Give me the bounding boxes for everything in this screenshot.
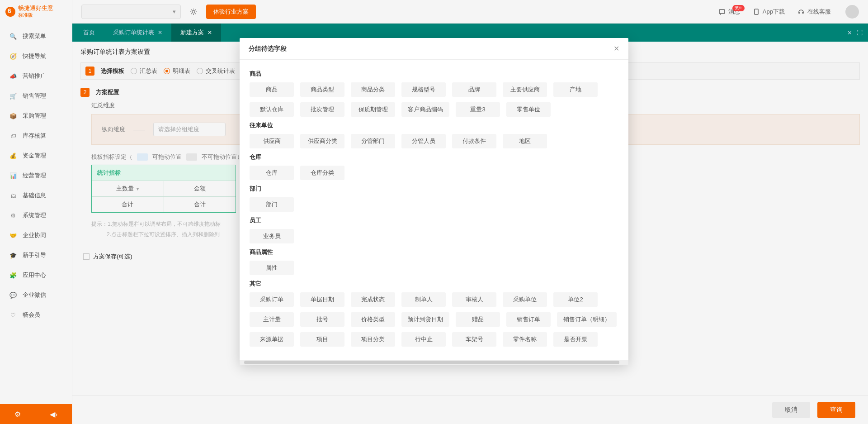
field-chip[interactable]: 品牌 bbox=[452, 82, 496, 97]
chip-row: 属性 bbox=[250, 261, 618, 275]
field-chip[interactable]: 批号 bbox=[300, 312, 344, 327]
field-chip[interactable]: 仓库 bbox=[250, 166, 294, 180]
field-chip[interactable]: 属性 bbox=[250, 261, 294, 275]
group-title: 其它 bbox=[250, 280, 618, 288]
field-chip[interactable]: 价格类型 bbox=[351, 312, 395, 327]
chip-row: 商品商品类型商品分类规格型号品牌主要供应商产地默认仓库批次管理保质期管理客户商品… bbox=[250, 82, 618, 117]
field-chip[interactable]: 主计量 bbox=[250, 312, 294, 327]
field-chip[interactable]: 规格型号 bbox=[401, 82, 446, 97]
field-chip[interactable]: 采购单位 bbox=[503, 292, 547, 307]
modal-title: 分组待选字段 bbox=[249, 45, 287, 53]
field-chip[interactable]: 是否开票 bbox=[553, 332, 598, 347]
field-chip[interactable]: 业务员 bbox=[250, 229, 294, 243]
group-title: 往来单位 bbox=[250, 121, 618, 129]
group-title: 仓库 bbox=[250, 153, 618, 161]
field-chip[interactable]: 车架号 bbox=[452, 332, 496, 347]
field-chip[interactable]: 供应商 bbox=[250, 134, 294, 148]
field-chip[interactable]: 项目分类 bbox=[351, 332, 395, 347]
field-chip[interactable]: 批次管理 bbox=[300, 102, 344, 117]
field-chip[interactable]: 仓库分类 bbox=[300, 166, 344, 180]
field-chip[interactable]: 分管人员 bbox=[401, 134, 446, 148]
field-chip[interactable]: 保质期管理 bbox=[351, 102, 395, 117]
field-group: 部门部门 bbox=[250, 185, 618, 212]
field-chip[interactable]: 来源单据 bbox=[250, 332, 294, 347]
field-chip[interactable]: 赠品 bbox=[456, 312, 500, 327]
field-group: 仓库仓库仓库分类 bbox=[250, 153, 618, 180]
chip-row: 业务员 bbox=[250, 229, 618, 243]
field-chip[interactable]: 审核人 bbox=[452, 292, 496, 307]
chip-row: 供应商供应商分类分管部门分管人员付款条件地区 bbox=[250, 134, 618, 148]
field-chip[interactable]: 客户商品编码 bbox=[401, 102, 449, 117]
field-chip[interactable]: 商品 bbox=[250, 82, 294, 97]
field-chip[interactable]: 零售单位 bbox=[506, 102, 551, 117]
chip-row: 部门 bbox=[250, 197, 618, 212]
field-group: 往来单位供应商供应商分类分管部门分管人员付款条件地区 bbox=[250, 121, 618, 148]
field-chip[interactable]: 制单人 bbox=[401, 292, 446, 307]
field-group: 员工业务员 bbox=[250, 216, 618, 243]
group-title: 部门 bbox=[250, 185, 618, 193]
field-chip[interactable]: 销售订单 bbox=[506, 312, 551, 327]
field-chip[interactable]: 付款条件 bbox=[452, 134, 496, 148]
field-chip[interactable]: 产地 bbox=[553, 82, 598, 97]
field-chip[interactable]: 商品分类 bbox=[351, 82, 395, 97]
field-chip[interactable]: 重量3 bbox=[456, 102, 500, 117]
modal-body: 商品商品商品类型商品分类规格型号品牌主要供应商产地默认仓库批次管理保质期管理客户… bbox=[240, 60, 628, 359]
field-chip[interactable]: 主要供应商 bbox=[503, 82, 547, 97]
field-chip[interactable]: 行中止 bbox=[401, 332, 446, 347]
modal-backdrop: 分组待选字段 ✕ 商品商品商品类型商品分类规格型号品牌主要供应商产地默认仓库批次… bbox=[0, 0, 868, 424]
group-title: 商品属性 bbox=[250, 248, 618, 256]
field-picker-modal: 分组待选字段 ✕ 商品商品商品类型商品分类规格型号品牌主要供应商产地默认仓库批次… bbox=[240, 38, 628, 365]
horizontal-scrollbar[interactable] bbox=[240, 360, 628, 365]
field-chip[interactable]: 默认仓库 bbox=[250, 102, 294, 117]
field-chip[interactable]: 预计到货日期 bbox=[401, 312, 449, 327]
field-chip[interactable]: 部门 bbox=[250, 197, 294, 212]
chip-row: 采购订单单据日期完成状态制单人审核人采购单位单位2主计量批号价格类型预计到货日期… bbox=[250, 292, 618, 347]
modal-header: 分组待选字段 ✕ bbox=[240, 38, 628, 60]
field-group: 其它采购订单单据日期完成状态制单人审核人采购单位单位2主计量批号价格类型预计到货… bbox=[250, 280, 618, 347]
field-chip[interactable]: 销售订单（明细） bbox=[557, 312, 617, 327]
field-chip[interactable]: 单位2 bbox=[553, 292, 598, 307]
field-group: 商品商品商品类型商品分类规格型号品牌主要供应商产地默认仓库批次管理保质期管理客户… bbox=[250, 70, 618, 117]
field-chip[interactable]: 分管部门 bbox=[351, 134, 395, 148]
field-chip[interactable]: 采购订单 bbox=[250, 292, 294, 307]
field-chip[interactable]: 项目 bbox=[300, 332, 344, 347]
field-chip[interactable]: 地区 bbox=[503, 134, 547, 148]
field-chip[interactable]: 完成状态 bbox=[351, 292, 395, 307]
modal-close-button[interactable]: ✕ bbox=[613, 44, 619, 53]
field-chip[interactable]: 商品类型 bbox=[300, 82, 344, 97]
chip-row: 仓库仓库分类 bbox=[250, 166, 618, 180]
field-chip[interactable]: 供应商分类 bbox=[300, 134, 344, 148]
field-chip[interactable]: 零件名称 bbox=[503, 332, 547, 347]
group-title: 员工 bbox=[250, 216, 618, 224]
group-title: 商品 bbox=[250, 70, 618, 78]
field-group: 商品属性属性 bbox=[250, 248, 618, 275]
field-chip[interactable]: 单据日期 bbox=[300, 292, 344, 307]
